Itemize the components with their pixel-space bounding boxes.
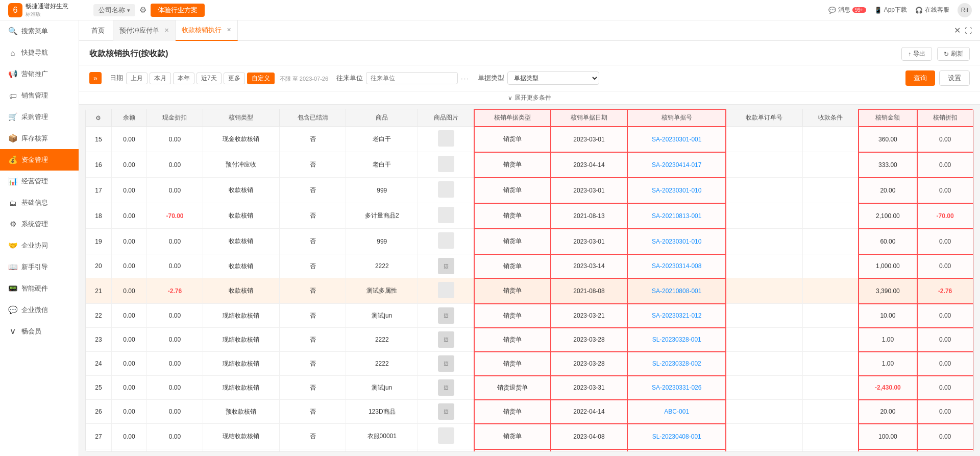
product-thumbnail: 🖼: [438, 307, 454, 324]
data-table: ⚙ 余额 现金折扣 核销类型 包含已结清 商品 商品图片 核销单据类型 核销单据…: [86, 109, 973, 452]
sidebar-item-business[interactable]: 📊 经营管理: [0, 171, 79, 192]
app-download-btn[interactable]: 📱 App下载: [874, 6, 907, 14]
cancel-bill-link[interactable]: ABC-001: [664, 408, 689, 415]
cancel-bill-link[interactable]: SL-20230328-001: [652, 336, 701, 343]
cell-cash-discount: 0.00: [147, 178, 203, 203]
col-header-include-settled: 包含已结清: [280, 109, 346, 127]
table-area[interactable]: ⚙ 余额 现金折扣 核销类型 包含已结清 商品 商品图片 核销单据类型 核销单据…: [85, 109, 974, 452]
cell-include-settled: 否: [280, 229, 346, 254]
query-btn[interactable]: 查询: [905, 70, 935, 86]
cell-product: 2222: [346, 352, 418, 376]
cancel-bill-link[interactable]: SA-20230314-008: [652, 262, 701, 270]
cancel-bill-link[interactable]: SA-20230301-010: [652, 238, 701, 245]
cancel-bill-link[interactable]: SA-20230321-012: [652, 312, 701, 319]
date-btn-7days[interactable]: 近7天: [197, 73, 222, 84]
tab-close-all-icon[interactable]: ✕: [954, 26, 961, 35]
sidebar-item-basic[interactable]: 🗂 基础信息: [0, 192, 79, 213]
sidebar-item-guide[interactable]: 📖 新手引导: [0, 256, 79, 278]
tab-prepay[interactable]: 预付冲应付单 ✕: [113, 20, 176, 41]
cell-payment-terms: [803, 152, 859, 178]
cancel-bill-link[interactable]: SA-20210808-001: [652, 287, 701, 295]
online-service-btn[interactable]: 🎧 在线客服: [915, 6, 949, 14]
search-icon: 🔍: [8, 27, 17, 36]
tab-prepay-label: 预付冲应付单: [119, 26, 159, 35]
cell-product-img: 🖼: [418, 376, 474, 400]
sidebar-item-smarthw[interactable]: 📟 智能硬件: [0, 278, 79, 299]
expand-more-btn[interactable]: ∨ 展开更多条件: [508, 93, 551, 102]
message-icon[interactable]: 💬 消息 99+: [828, 6, 866, 14]
cell-no: 27: [86, 424, 111, 449]
date-btn-thismonth[interactable]: 本月: [150, 73, 171, 84]
cancel-bill-link[interactable]: SA-20210813-001: [652, 212, 701, 220]
smarthw-icon: 📟: [8, 284, 17, 293]
tab-end-icons: ✕ ⛶: [950, 26, 976, 35]
sidebar-item-sales[interactable]: 🏷 销售管理: [0, 85, 79, 106]
tab-home[interactable]: 首页: [83, 20, 113, 41]
cancel-bill-link[interactable]: SL-20230328-002: [652, 360, 701, 367]
sidebar-item-finance[interactable]: 💰 资金管理: [0, 149, 79, 171]
tab-maximize-icon[interactable]: ⛶: [965, 27, 972, 35]
refresh-btn[interactable]: ↻ 刷新: [937, 47, 970, 61]
cell-cancel-bill-type: 销货单: [474, 203, 551, 229]
cell-cancel-discount: 0.00: [917, 304, 973, 328]
guide-icon: 📖: [8, 262, 17, 272]
unit-filter-group: 往来单位 ···: [336, 72, 470, 84]
date-btn-thisyear[interactable]: 本年: [173, 73, 194, 84]
cell-cancel-discount: 0.00: [917, 424, 973, 449]
sidebar-item-search[interactable]: 🔍 搜索菜单: [0, 20, 79, 42]
settings-btn[interactable]: 设置: [939, 70, 970, 86]
cancel-bill-link[interactable]: SA-20230414-017: [652, 161, 701, 169]
cancel-bill-link[interactable]: SL-20230408-001: [652, 433, 701, 440]
cancel-bill-link[interactable]: SA-20230301-001: [652, 136, 701, 143]
company-name[interactable]: 公司名称 ▾: [93, 4, 135, 16]
settings-icon[interactable]: ⚙: [139, 5, 146, 15]
cell-product: 多计量商品2: [346, 203, 418, 229]
inventory-icon: 📦: [8, 134, 17, 143]
unit-input[interactable]: [366, 72, 458, 84]
cell-receipt-order-no: [726, 278, 802, 304]
table-row: 27 0.00 0.00 现结收款核销 否 衣服00001 销货单 2023-0…: [86, 424, 973, 449]
top-bar: 6 畅捷通谱好生意 标准版 公司名称 ▾ ⚙ 体验行业方案 💬 消息 99+ 📱…: [0, 0, 980, 20]
cancel-bill-link[interactable]: SA-20230331-026: [652, 384, 701, 391]
cell-cancel-amount: 1,000.00: [859, 254, 917, 278]
tab-collection[interactable]: 收款核销执行 ✕: [176, 20, 238, 41]
sidebar-label-enterprise: 企业协同: [21, 241, 48, 250]
sidebar-item-purchase[interactable]: 🛒 采购管理: [0, 106, 79, 128]
cancel-bill-link[interactable]: SA-20230301-010: [652, 187, 701, 194]
date-btn-more[interactable]: 更多: [224, 73, 245, 84]
marketing-icon: 📢: [8, 69, 17, 79]
app-download-label: App下载: [884, 6, 907, 14]
cell-cancel-bill-type: 销货单: [474, 178, 551, 203]
sidebar-item-system[interactable]: ⚙ 系统管理: [0, 213, 79, 235]
date-btn-custom[interactable]: 自定义: [247, 73, 275, 84]
sidebar-item-marketing[interactable]: 📢 营销推广: [0, 63, 79, 85]
filter-dots: ···: [461, 75, 470, 82]
user-avatar[interactable]: Rit: [958, 3, 972, 17]
cell-cancel-bill-date: 2021-08-13: [551, 203, 627, 229]
export-btn[interactable]: ↑ 导出: [901, 47, 932, 61]
filter-expand-btn[interactable]: »: [89, 72, 102, 84]
cell-receipt-order-no: [726, 254, 802, 278]
sidebar-item-inventory[interactable]: 📦 库存核算: [0, 128, 79, 149]
col-header-cancel-type: 核销类型: [203, 109, 279, 127]
billtype-select[interactable]: 单据类型: [507, 71, 599, 85]
cell-receipt-order-no: [726, 449, 802, 452]
industry-btn[interactable]: 体验行业方案: [151, 4, 205, 17]
col-header-settings[interactable]: ⚙: [86, 109, 111, 127]
cell-receipt-order-no: [726, 376, 802, 400]
sidebar-item-quicknav[interactable]: ⌂ 快捷导航: [0, 42, 79, 63]
sidebar-label-quicknav: 快捷导航: [21, 48, 48, 57]
date-btn-lastmonth[interactable]: 上月: [126, 73, 148, 84]
cell-include-settled: 否: [280, 254, 346, 278]
sidebar-item-wechat[interactable]: 💬 企业微信: [0, 299, 79, 321]
tab-collection-close[interactable]: ✕: [227, 27, 231, 33]
date-filter-group: 日期 上月 本月 本年 近7天 更多 自定义 不限 至 2023-07-26: [110, 73, 328, 84]
cell-product-img: 🖼: [418, 352, 474, 376]
cell-balance: 0.00: [111, 424, 146, 449]
cell-cash-discount: 0.00: [147, 376, 203, 400]
tab-prepay-close[interactable]: ✕: [164, 27, 169, 34]
table-row: 26 0.00 0.00 预收款核销 否 123D商品 🖼 销货单 2022-0…: [86, 400, 973, 424]
sidebar-item-enterprise[interactable]: 🤝 企业协同: [0, 235, 79, 256]
sidebar-label-purchase: 采购管理: [21, 112, 48, 122]
sidebar-item-member[interactable]: V 畅会员: [0, 321, 79, 342]
